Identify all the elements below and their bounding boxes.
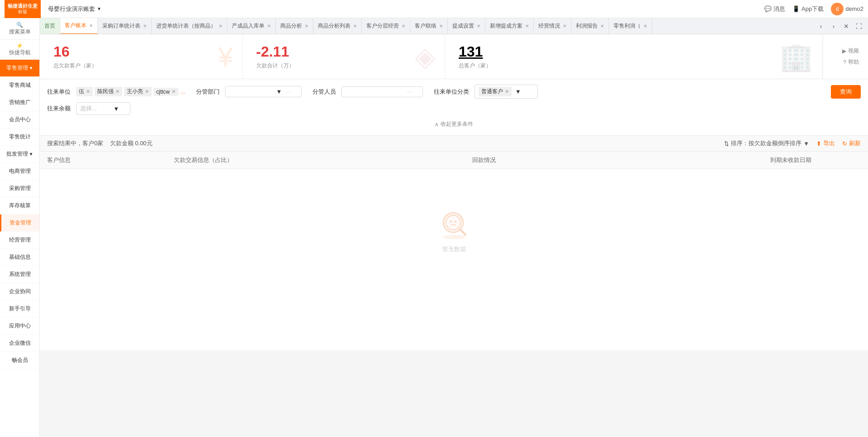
help-button[interactable]: ? 帮助: [843, 58, 859, 66]
filter-balance-select[interactable]: 选择... ▼: [76, 102, 130, 115]
tab-retail-profit[interactable]: 零售利润（ ✕: [609, 18, 652, 34]
chevron-down-icon: ▼: [803, 140, 809, 147]
close-tab-icon[interactable]: ✕: [305, 24, 308, 28]
tab-ops-situation[interactable]: 经营情况 ✕: [534, 18, 571, 34]
chevron-down-icon: ▼: [29, 152, 34, 157]
chevron-down-icon: ▼: [113, 105, 119, 112]
tab-raise-settings[interactable]: 提成设置 ✕: [448, 18, 485, 34]
close-tab-icon[interactable]: ✕: [143, 24, 147, 28]
close-tab-icon[interactable]: ✕: [477, 24, 480, 28]
filter-dept-select[interactable]: ▼ ···: [225, 86, 302, 97]
filter-section: 往来单位 伍 ✕ 陈民强 ✕ 王小亮 ✕: [40, 79, 868, 136]
export-button[interactable]: ⬆ 导出: [816, 139, 835, 147]
sidebar-item-marketing[interactable]: 营销推广: [0, 94, 39, 111]
tab-customer-segment[interactable]: 客户分层经营 ✕: [362, 18, 410, 34]
refresh-button[interactable]: ↻ 刷新: [842, 139, 861, 147]
sidebar-item-member-center[interactable]: 会员中心: [0, 111, 39, 128]
chevron-up-icon: ∧: [435, 121, 439, 128]
sidebar-item-retail-stats[interactable]: 零售统计: [0, 128, 39, 146]
close-tab-icon[interactable]: ✕: [600, 24, 604, 28]
sidebar-item-inventory[interactable]: 库存核算: [0, 197, 39, 214]
tab-customer-contact[interactable]: 客户联络 ✕: [410, 18, 448, 34]
filter-person-select[interactable]: ···: [341, 86, 423, 97]
collapse-filters-button[interactable]: ∧ 收起更多条件: [47, 119, 861, 130]
table-body: 暂无数据: [40, 169, 868, 350]
results-summary: 搜索结果中，客户0家 欠款金额 0.00元: [47, 139, 153, 147]
close-tab-icon[interactable]: ✕: [563, 24, 566, 28]
filter-tag-cjttcw[interactable]: cjttcw ✕: [153, 88, 178, 96]
sidebar-item-retail-mall[interactable]: 零售商城: [0, 77, 39, 94]
remove-tag-icon[interactable]: ✕: [86, 89, 90, 95]
sidebar-item-capital-mgmt[interactable]: 资金管理: [0, 214, 39, 232]
tab-purchase-order-stats[interactable]: 采购订单统计表 ✕: [98, 18, 152, 34]
filter-dept-label: 分管部门: [196, 88, 220, 96]
sidebar-search[interactable]: 🔍 搜索菜单: [0, 18, 39, 40]
remove-tag-icon[interactable]: ✕: [505, 89, 509, 95]
app-download-button[interactable]: 📱 App下载: [792, 5, 824, 13]
message-button[interactable]: 💬 消息: [764, 5, 785, 13]
sidebar-item-wholesale-mgmt[interactable]: 批发管理 ▼: [0, 146, 39, 163]
close-tab-icon[interactable]: ✕: [219, 24, 222, 28]
remove-tag-icon[interactable]: ✕: [145, 89, 149, 95]
filter-tag-normal[interactable]: 普通客户 ✕: [479, 87, 512, 96]
remove-tag-icon[interactable]: ✕: [115, 89, 120, 95]
tab-product-analysis-list[interactable]: 商品分析列表 ✕: [313, 18, 362, 34]
filter-unit-tags: 伍 ✕ 陈民强 ✕ 王小亮 ✕ cjttcw ✕: [76, 87, 185, 96]
chevron-down-icon: ▼: [97, 6, 101, 11]
filter-unit-class-select[interactable]: 普通客户 ✕ ▼: [475, 85, 538, 99]
stat-label-all: 总客户（家）: [459, 62, 491, 70]
page-content: ¥ 16 总欠款客户（家） ◈ -2.11 欠款合计（万） 🏢 131 总客户（…: [40, 34, 868, 437]
sidebar-item-newbie[interactable]: 新手引导: [0, 300, 39, 318]
close-tab-icon[interactable]: ✕: [89, 23, 93, 28]
video-button[interactable]: ▶ 视频: [842, 47, 859, 55]
filter-tag-wang[interactable]: 王小亮 ✕: [124, 87, 152, 96]
empty-state: 暂无数据: [40, 169, 868, 290]
query-button[interactable]: 查询: [831, 85, 861, 99]
tab-profit-report[interactable]: 利润报告 ✕: [571, 18, 609, 34]
sidebar-item-member[interactable]: 畅会员: [0, 352, 39, 369]
tab-home[interactable]: 首页: [40, 18, 60, 34]
stat-bg-icon-2: ◈: [415, 41, 436, 72]
workspace-selector[interactable]: 母婴行业演示账套 ▼: [44, 5, 105, 13]
close-tab-icon[interactable]: ✕: [643, 24, 647, 28]
close-tab-icon[interactable]: ✕: [353, 24, 357, 28]
chevron-down-icon: ▼: [29, 66, 34, 71]
close-tab-icon[interactable]: ✕: [439, 24, 443, 28]
filter-tag-empty[interactable]: 伍 ✕: [76, 87, 93, 96]
sidebar-item-app-center[interactable]: 应用中心: [0, 318, 39, 335]
sort-selector[interactable]: ⇅ 排序：按欠款金额倒序排序 ▼: [724, 139, 809, 147]
sidebar-item-enterprise-coop[interactable]: 企业协同: [0, 283, 39, 300]
tab-inbound-stats[interactable]: 进货单统计表（按商品） ✕: [152, 18, 227, 34]
tab-next-button[interactable]: ›: [828, 21, 839, 32]
tab-product-analysis[interactable]: 商品分析 ✕: [276, 18, 313, 34]
tab-expand-button[interactable]: ⛶: [854, 21, 864, 32]
sidebar-quick-nav[interactable]: ⚡ 快捷导航: [0, 40, 39, 60]
user-avatar[interactable]: d demo2: [831, 3, 863, 15]
close-tab-icon[interactable]: ✕: [402, 24, 405, 28]
sidebar-item-retail-mgmt[interactable]: 零售管理 ▼: [0, 60, 39, 77]
help-area: ▶ 视频 ? 帮助: [823, 34, 868, 79]
chevron-down-icon: ▼: [515, 88, 521, 95]
svg-point-2: [446, 215, 460, 230]
tab-new-raise-plan[interactable]: 新增提成方案 ✕: [485, 18, 534, 34]
table: 客户信息 欠款交易信息（占比） 回款情况 到期未收款日期: [40, 152, 868, 350]
sidebar-item-sys-mgmt[interactable]: 系统管理: [0, 266, 39, 283]
close-tab-icon[interactable]: ✕: [267, 24, 271, 28]
sidebar-item-basic-info[interactable]: 基础信息: [0, 249, 39, 266]
stats-section: ¥ 16 总欠款客户（家） ◈ -2.11 欠款合计（万） 🏢 131 总客户（…: [40, 34, 868, 79]
filter-tag-chen[interactable]: 陈民强 ✕: [95, 87, 122, 96]
chevron-down-icon: ▼: [276, 88, 282, 95]
sidebar-item-ecommerce[interactable]: 电商管理: [0, 163, 39, 180]
sidebar-item-enterprise-wechat[interactable]: 企业微信: [0, 335, 39, 352]
tab-prev-button[interactable]: ‹: [815, 21, 826, 32]
tab-customer-accounts[interactable]: 客户账本 ✕: [60, 18, 98, 34]
tab-product-inbound[interactable]: 产成品入库单 ✕: [227, 18, 276, 34]
sidebar-item-ops-mgmt[interactable]: 经营管理: [0, 232, 39, 249]
tab-close-all-button[interactable]: ✕: [841, 21, 852, 32]
extra-icon: ···: [407, 89, 412, 95]
sidebar-item-purchase-mgmt[interactable]: 采购管理: [0, 180, 39, 197]
close-tab-icon[interactable]: ✕: [525, 24, 529, 28]
sidebar: 🔍 搜索菜单 ⚡ 快捷导航 零售管理 ▼ 零售商城 营销推广 会员中心 零售统计…: [0, 18, 40, 437]
remove-tag-icon[interactable]: ✕: [172, 89, 176, 95]
filter-more-tags[interactable]: ...: [180, 88, 185, 95]
